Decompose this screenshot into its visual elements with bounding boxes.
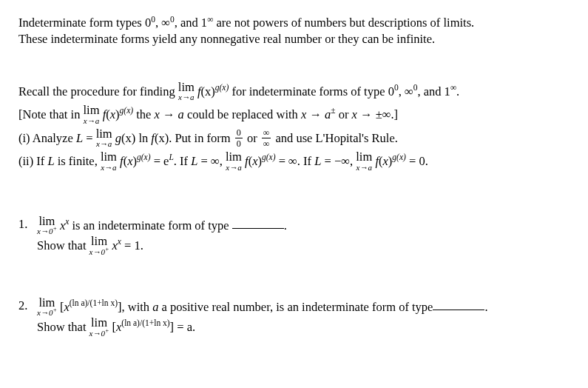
note-line: [Note that in limx→a f(x)g(x) the x → a …: [18, 105, 570, 126]
limit-expr: limx→a: [178, 81, 195, 102]
limit-expr: limx→a: [84, 104, 100, 125]
fraction-inf-inf: ∞∞: [262, 128, 271, 148]
step-ii: (ii) If L is finite, limx→a f(x)g(x) = e…: [18, 152, 570, 173]
recall-line: Recall the procedure for finding limx→a …: [18, 82, 570, 103]
question-2: 2. limx→0+ [x(ln a)/(1+ln x)], with a a …: [18, 298, 570, 338]
intro-text-2: These indeterminate forms yield any nonn…: [18, 32, 435, 46]
q1-number: 1.: [18, 216, 37, 257]
intro-text: Indeterminate form types 0: [18, 16, 151, 30]
limit-expr: limx→a: [96, 128, 112, 149]
fraction-zero-zero: 00: [235, 128, 243, 148]
blank-field: [433, 298, 484, 310]
question-1: 1. limx→0+ xx is an indeterminate form o…: [18, 216, 570, 257]
intro-paragraph: Indeterminate form types 00, ∞0, and 1∞ …: [18, 15, 570, 48]
step-i: (i) Analyze L = limx→a g(x) ln f(x). Put…: [18, 129, 570, 150]
sup-gx: g(x): [215, 83, 229, 92]
q2-number: 2.: [18, 298, 37, 338]
blank-field: [232, 217, 284, 229]
